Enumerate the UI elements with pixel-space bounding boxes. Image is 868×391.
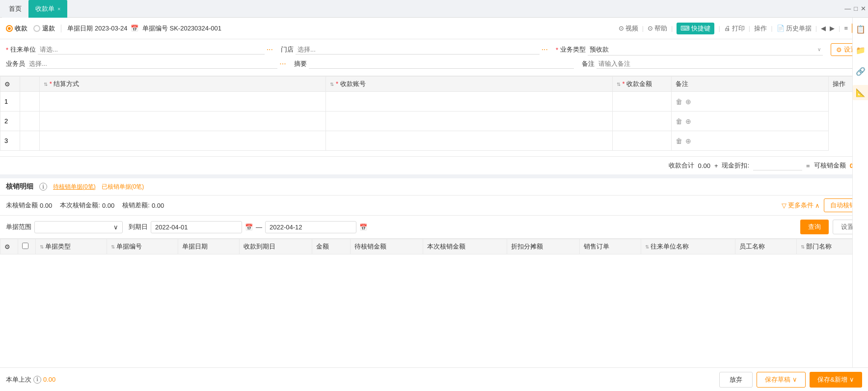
nav-next-icon[interactable]: ▶	[830, 25, 835, 32]
bottom-discount-header[interactable]: 折扣分摊额	[507, 239, 580, 254]
tab-home-label: 首页	[9, 4, 22, 13]
form-row-2: 业务员 ··· 摘要 备注	[6, 59, 862, 69]
operate-btn[interactable]: 操作	[754, 24, 767, 33]
calendar-start-icon[interactable]: 📅	[245, 223, 253, 231]
bottom-gear-header[interactable]: ⚙	[0, 239, 18, 254]
row-1-delete-icon[interactable]: 🗑	[676, 98, 682, 106]
bottom-sales-order-header[interactable]: 销售订单	[580, 239, 641, 254]
calendar-icon[interactable]: 📅	[131, 25, 138, 32]
bottom-type-header[interactable]: ⇅ 单据类型	[36, 239, 107, 254]
right-sidebar: 📋 📁 🔗 📐	[852, 18, 868, 367]
row-3-amount[interactable]	[326, 131, 612, 151]
row-2-account[interactable]	[40, 112, 326, 131]
row-1-amount[interactable]	[326, 92, 612, 112]
tab-shoukuan[interactable]: 收款单 ×	[28, 0, 67, 18]
bottom-pending-header[interactable]: 待核销金额	[350, 239, 423, 254]
row-3-settlement[interactable]	[20, 131, 40, 151]
writeoff-info-icon[interactable]: ℹ	[39, 183, 47, 191]
bottom-counterparty-header[interactable]: ⇅ 往来单位名称	[641, 239, 735, 254]
row-2-delete-icon[interactable]: 🗑	[676, 117, 682, 125]
history-btn[interactable]: 📄 历史单据	[777, 24, 812, 33]
row-1-settlement[interactable]	[20, 92, 40, 112]
store-label: 门店	[281, 45, 294, 54]
help-btn[interactable]: ⊙ 帮助	[648, 24, 667, 33]
sidebar-folder-icon[interactable]: 📁	[853, 43, 868, 58]
footer-label: 本单上次	[6, 375, 31, 384]
row-1-note[interactable]	[612, 92, 671, 112]
net-label: 可核销金额	[814, 161, 846, 170]
bottom-amount-header[interactable]: 金额	[312, 239, 350, 254]
pending-tab[interactable]: 待核销单据(0笔)	[53, 183, 96, 191]
video-icon: ⊙	[619, 25, 624, 32]
row-3-account[interactable]	[40, 131, 326, 151]
row-1-copy-icon[interactable]: ⊕	[685, 98, 691, 106]
due-date-start-input[interactable]	[151, 221, 242, 233]
calendar-end-icon[interactable]: 📅	[359, 223, 367, 231]
col-gear-header[interactable]: ⚙	[0, 77, 20, 92]
nav-prev-icon[interactable]: ◀	[821, 25, 826, 32]
abandon-button[interactable]: 放弃	[719, 372, 753, 388]
row-3-copy-icon[interactable]: ⊕	[685, 137, 691, 145]
due-date-end-input[interactable]	[265, 221, 356, 233]
range-chevron: ∨	[113, 223, 118, 231]
radio-tuikuan[interactable]: 退款	[33, 24, 55, 33]
bottom-this-write-header[interactable]: 本次核销金额	[423, 239, 507, 254]
row-2-copy-icon[interactable]: ⊕	[685, 117, 691, 125]
date-value: 2023-03-24	[95, 25, 128, 32]
minimize-icon[interactable]: —	[844, 5, 851, 12]
footer-info-icon[interactable]: ℹ	[33, 376, 41, 384]
chevron-up-icon: ∧	[815, 202, 820, 209]
note-input[interactable]	[597, 59, 862, 69]
bottom-date-header[interactable]: 单据日期	[178, 239, 240, 254]
save-new-button[interactable]: 保存&新增 ∨	[810, 372, 862, 388]
row-2-amount[interactable]	[326, 112, 612, 131]
note-field: 备注	[582, 59, 862, 69]
sidebar-link-icon[interactable]: 🔗	[853, 64, 868, 79]
bottom-number-header[interactable]: ⇅ 单据编号	[107, 239, 178, 254]
tab-close-icon[interactable]: ×	[57, 6, 60, 12]
main-content: 收款 退款 单据日期 2023-03-24 📅 单据编号 SK-20230324…	[0, 18, 868, 391]
row-2-no: 2	[0, 112, 20, 131]
business-type-chevron: ∨	[817, 47, 821, 52]
row-2-settlement[interactable]	[20, 112, 40, 131]
shortcut-btn[interactable]: ⌨ 快捷键	[677, 23, 714, 34]
row-3-note[interactable]	[612, 131, 671, 151]
staff-input[interactable]	[27, 59, 277, 69]
layout-list-icon[interactable]: ≡	[844, 25, 848, 32]
bottom-checkbox-header[interactable]	[18, 239, 36, 254]
summary-input[interactable]	[309, 59, 574, 69]
business-type-value: 预收款	[590, 45, 609, 54]
query-btn[interactable]: 查询	[800, 220, 829, 234]
row-1-account[interactable]	[40, 92, 326, 112]
col-note-header[interactable]: 备注	[671, 77, 828, 92]
maximize-icon[interactable]: □	[854, 5, 858, 12]
date-separator: —	[256, 223, 262, 231]
done-tab[interactable]: 已核销单据(0笔)	[102, 183, 144, 191]
print-btn[interactable]: 🖨 打印	[724, 24, 745, 33]
tab-home[interactable]: 首页	[2, 0, 28, 18]
sidebar-layout-icon[interactable]: 📐	[853, 85, 868, 100]
discount-input[interactable]	[753, 161, 802, 170]
range-select[interactable]: ∨	[34, 221, 123, 233]
select-all-checkbox[interactable]	[22, 243, 28, 249]
col-settlement-header[interactable]: ⇅ * 结算方式	[40, 77, 326, 92]
save-draft-button[interactable]: 保存草稿 ∨	[757, 372, 806, 388]
more-conditions-btn[interactable]: ▽ 更多条件 ∧	[782, 201, 820, 210]
video-btn[interactable]: ⊙ 视频	[619, 24, 638, 33]
col-amount-header[interactable]: ⇅ * 收款金额	[612, 77, 671, 92]
counterparty-more-icon[interactable]: ···	[267, 45, 273, 54]
close-icon[interactable]: ✕	[861, 5, 866, 12]
radio-shoukuan[interactable]: 收款	[6, 24, 27, 33]
staff-more-icon[interactable]: ···	[279, 59, 286, 68]
row-3-delete-icon[interactable]: 🗑	[676, 137, 682, 145]
col-account-header[interactable]: ⇅ * 收款账号	[326, 77, 612, 92]
bottom-table-wrapper: ⚙ ⇅ 单据类型 ⇅ 单据编号	[0, 239, 868, 254]
store-more-icon[interactable]: ···	[542, 45, 548, 54]
sidebar-table-icon[interactable]: 📋	[853, 22, 868, 37]
business-type-select[interactable]: 预收款 ∨	[588, 44, 823, 56]
counterparty-input[interactable]	[38, 45, 265, 55]
row-2-note[interactable]	[612, 112, 671, 131]
bottom-due-header[interactable]: 收款到期日	[239, 239, 312, 254]
store-input[interactable]	[296, 45, 540, 55]
bottom-staff-header[interactable]: 员工名称	[735, 239, 797, 254]
